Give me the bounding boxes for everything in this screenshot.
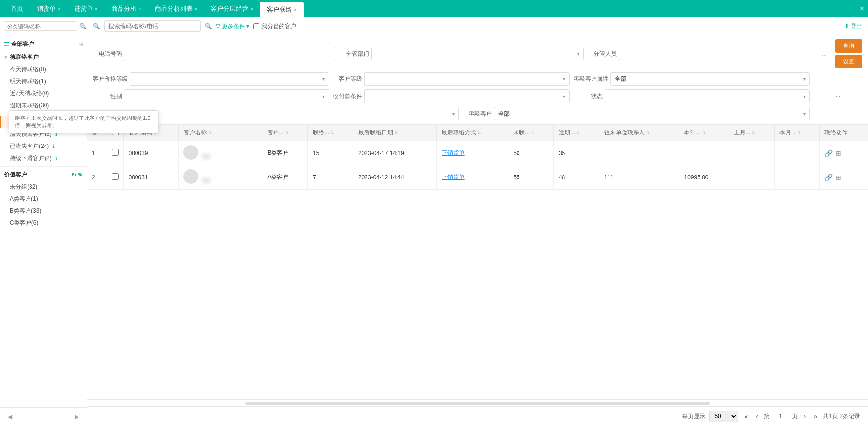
sidebar-item-declining[interactable]: 持续下滑客户(2) ℹ xyxy=(0,152,87,164)
col-company-contact-sort[interactable]: ⇅ xyxy=(646,130,650,135)
my-customers-label: 我分管的客户 xyxy=(261,22,296,30)
nav-item-customer-segment[interactable]: 客户分层经营 × xyxy=(204,0,260,17)
window-close-button[interactable]: × xyxy=(860,4,864,13)
query-button[interactable]: 查询 xyxy=(835,39,862,53)
col-this-month-label: 本月... xyxy=(779,129,796,137)
search-button[interactable]: 🔍 xyxy=(205,23,212,29)
col-overdue-sort[interactable]: ⇅ xyxy=(576,130,580,135)
col-this-year-sort[interactable]: ⇅ xyxy=(702,130,706,135)
value-customer-edit[interactable]: ✎ xyxy=(78,172,83,178)
customer-type-select[interactable]: ▾ xyxy=(152,107,459,120)
my-customers-checkbox[interactable] xyxy=(253,23,259,29)
sidebar-item-ungrp[interactable]: 未分组(32) xyxy=(0,181,87,193)
sidebar-item-c-class[interactable]: C类客户(6) xyxy=(0,217,87,229)
dept-label: 分管部门 xyxy=(340,50,369,58)
col-this-month-sort[interactable]: ⇅ xyxy=(797,130,801,135)
row-checkbox[interactable] xyxy=(112,149,119,156)
pending-contact-group[interactable]: 待联络客户 xyxy=(0,51,87,63)
value-customer-refresh[interactable]: ↻ xyxy=(71,172,76,178)
nav-item-home[interactable]: 首页 xyxy=(4,0,30,17)
page-label: 第 xyxy=(764,412,770,421)
nav-close-customer-segment[interactable]: × xyxy=(250,6,253,12)
horizontal-scrollbar[interactable] xyxy=(87,399,868,406)
link-action-1[interactable]: 🔗 xyxy=(824,174,833,181)
page-number-input[interactable] xyxy=(774,411,788,422)
filter-row-4: 客户类型 ▾ 零敲客户 全部 ▾ xyxy=(93,107,862,120)
staff-select[interactable]: … xyxy=(619,47,831,60)
nav-close-goods-list[interactable]: × xyxy=(195,6,198,12)
sidebar-search-input[interactable] xyxy=(4,21,77,31)
sidebar-item-a-class[interactable]: A类客户(1) xyxy=(0,193,87,205)
last-page-button[interactable]: » xyxy=(812,412,820,420)
nav-item-sales[interactable]: 销货单 × xyxy=(30,0,67,17)
retail-attr-arrow: ▾ xyxy=(803,76,806,82)
nav-item-goods-list[interactable]: 商品分析列表 × xyxy=(148,0,204,17)
last-method-link-1[interactable]: 下销货单 xyxy=(442,174,465,180)
settings-button[interactable]: 设置 xyxy=(835,55,862,68)
next-page-button[interactable]: › xyxy=(802,412,808,420)
sidebar-next-arrow[interactable]: ▶ xyxy=(75,413,79,420)
col-last-method-sort[interactable]: ⇅ xyxy=(477,130,481,135)
customer-level-select[interactable]: ▾ xyxy=(364,72,569,86)
dept-select[interactable]: ▾ xyxy=(371,47,584,60)
status-select[interactable]: ▾ xyxy=(605,89,810,103)
nav-item-customer-contact[interactable]: 客户联络 × xyxy=(260,2,304,17)
retail-attr-select[interactable]: 全部 ▾ xyxy=(610,72,810,86)
nav-close-goods-analysis[interactable]: × xyxy=(138,6,141,12)
phone-input[interactable] xyxy=(124,47,336,60)
row-company-contact-0 xyxy=(599,141,679,165)
grid-action-0[interactable]: ⊞ xyxy=(836,149,841,157)
link-action-0[interactable]: 🔗 xyxy=(824,149,833,157)
nav-close-sales[interactable]: × xyxy=(58,6,61,12)
tooltip-overlay: 距客户上次交易时长，超过了此客户的平均交易周期的1.5倍，则视为异常。 xyxy=(87,110,159,133)
col-unprocessed-sort[interactable]: ⇅ xyxy=(531,130,534,135)
col-last-month-label: 上月... xyxy=(734,129,750,137)
row-checkbox[interactable] xyxy=(112,173,119,180)
retail-customer-select[interactable]: 全部 ▾ xyxy=(494,107,810,120)
nav-item-goods-analysis[interactable]: 商品分析 × xyxy=(105,0,148,17)
all-customers-header[interactable]: ☰ 全部客户 ◀ xyxy=(0,37,87,51)
customer-search-input[interactable] xyxy=(104,20,201,32)
sidebar-prev-arrow[interactable]: ◀ xyxy=(8,413,12,420)
export-button[interactable]: ⬆ 导出 xyxy=(844,22,862,30)
col-last-date-sort[interactable]: ⇅ xyxy=(394,130,398,135)
per-page-select[interactable]: 50 20 100 xyxy=(709,411,738,422)
more-dots[interactable]: ··· xyxy=(836,93,840,100)
page-suffix-label: 页 xyxy=(792,412,798,421)
row-this-year-0 xyxy=(679,141,729,165)
my-customers-checkbox-label[interactable]: 我分管的客户 xyxy=(253,22,296,30)
payment-select[interactable]: ▾ xyxy=(364,89,569,103)
nav-close-purchase[interactable]: × xyxy=(95,6,98,12)
export-icon: ⬆ xyxy=(844,23,849,29)
scroll-thumb[interactable] xyxy=(245,402,709,405)
value-customer-group[interactable]: 价值客户 ↻ ✎ xyxy=(0,169,87,181)
nav-item-purchase[interactable]: 进货单 × xyxy=(67,0,105,17)
more-conditions-button[interactable]: ▽ 更多条件 ▾ xyxy=(216,22,249,30)
sidebar-item-7days-pending[interactable]: 近7天待联络(0) xyxy=(0,88,87,100)
sidebar-collapse-icon[interactable]: ◀ xyxy=(79,42,83,47)
sidebar-item-lost-customers[interactable]: 已流失客户(24) ℹ xyxy=(0,140,87,152)
content-area: 距客户上次交易时长，超过了此客户的平均交易周期的1.5倍，则视为异常。 🔍 🔍 … xyxy=(87,17,868,426)
nav-close-customer-contact[interactable]: × xyxy=(294,7,297,13)
col-last-month-sort[interactable]: ⇅ xyxy=(751,130,755,135)
row-num-0: 1 xyxy=(87,141,107,165)
last-method-link-0[interactable]: 下销货单 xyxy=(442,149,465,156)
price-level-select[interactable]: ▾ xyxy=(130,72,329,86)
col-name-sort[interactable]: ⇅ xyxy=(208,130,212,135)
sidebar-item-tomorrow-pending[interactable]: 明天待联络(1) xyxy=(0,75,87,88)
col-name-label: 客户名称 xyxy=(183,129,207,137)
gender-select[interactable]: ▾ xyxy=(124,89,329,103)
col-type-sort[interactable]: ⇅ xyxy=(285,130,289,135)
info-icon-3: ℹ xyxy=(53,144,55,149)
grid-action-1[interactable]: ⊞ xyxy=(836,174,841,181)
col-contact-count-sort[interactable]: ⇅ xyxy=(330,130,334,135)
sidebar-search-icon[interactable]: 🔍 xyxy=(79,23,87,29)
first-page-button[interactable]: « xyxy=(742,412,750,420)
sidebar-item-today-pending[interactable]: 今天待联络(0) xyxy=(0,63,87,75)
sidebar-item-b-class[interactable]: B类客户(33) xyxy=(0,205,87,217)
col-this-year-label: 本年... xyxy=(684,129,700,137)
prev-page-button[interactable]: ‹ xyxy=(754,412,760,420)
nav-label-customer-segment: 客户分层经营 xyxy=(211,4,248,13)
payment-label: 收付款条件 xyxy=(333,92,362,101)
row-overdue-0: 35 xyxy=(553,141,599,165)
